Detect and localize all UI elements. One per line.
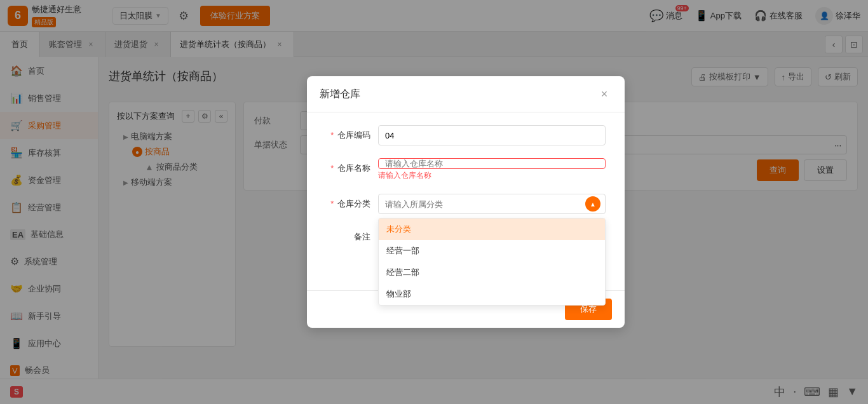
name-required-star: * (330, 163, 334, 173)
field-row-category: * 仓库分类 ▲ 未分类 经营一部 经营二部 (326, 194, 606, 214)
category-label-text: 仓库分类 (337, 199, 370, 208)
name-label-text: 仓库名称 (337, 163, 370, 173)
dropdown-item-dept1-label: 经营一部 (386, 246, 419, 255)
dropdown-item-uncategorized-label: 未分类 (386, 224, 411, 234)
category-input-wrap: ▲ 未分类 经营一部 经营二部 物业部 (378, 194, 606, 214)
code-required-star: * (330, 130, 334, 140)
modal-header: 新增仓库 × (307, 76, 625, 112)
dropdown-item-dept2[interactable]: 经营二部 (379, 262, 605, 283)
code-label: * 仓库编码 (326, 125, 370, 145)
note-label-text: 备注 (354, 232, 370, 241)
category-dropdown: 未分类 经营一部 经营二部 物业部 (378, 218, 606, 306)
dropdown-item-dept3-label: 物业部 (386, 289, 411, 299)
field-row-code: * 仓库编码 (326, 125, 606, 145)
code-input[interactable] (378, 125, 606, 145)
name-input-wrap: 请输入仓库名称 (378, 158, 606, 181)
name-input[interactable] (378, 158, 606, 169)
modal-title: 新增仓库 (320, 88, 360, 101)
field-row-name: * 仓库名称 请输入仓库名称 (326, 158, 606, 181)
modal-close-btn[interactable]: × (597, 86, 612, 102)
dropdown-item-uncategorized[interactable]: 未分类 (379, 219, 605, 240)
code-label-text: 仓库编码 (337, 130, 370, 140)
modal-body: * 仓库编码 * 仓库名称 请输入仓库名称 * 仓库分类 ▲ (307, 112, 625, 290)
dropdown-item-dept1[interactable]: 经营一部 (379, 240, 605, 262)
dropdown-item-dept3[interactable]: 物业部 (379, 283, 605, 305)
name-error-msg: 请输入仓库名称 (378, 170, 606, 181)
name-label: * 仓库名称 (326, 158, 370, 178)
dropdown-item-dept2-label: 经营二部 (386, 267, 419, 277)
note-label: 备注 (326, 227, 370, 247)
category-input[interactable] (378, 194, 606, 214)
category-required-star: * (330, 199, 334, 208)
add-warehouse-modal: 新增仓库 × * 仓库编码 * 仓库名称 请输入仓库名称 * (307, 76, 625, 328)
category-toggle-btn[interactable]: ▲ (585, 196, 600, 212)
category-label: * 仓库分类 (326, 194, 370, 214)
